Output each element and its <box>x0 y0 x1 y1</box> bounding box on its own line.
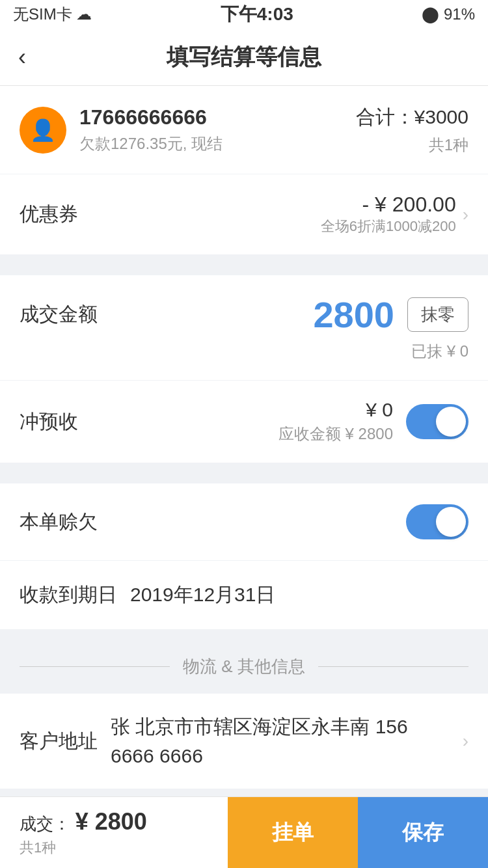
bottom-amount: ¥ 2800 <box>75 808 147 835</box>
logistics-line-right <box>318 666 468 667</box>
customer-card: 👤 17666666666 欠款1276.35元, 现结 合计：¥3000 共1… <box>0 86 488 254</box>
sim-status: 无SIM卡 ☁ <box>13 4 92 25</box>
amount-section: 成交金额 2800 抹零 已抹 ¥ 0 <box>0 275 488 380</box>
debt-toggle[interactable] <box>406 504 468 539</box>
status-time: 下午4:03 <box>221 2 293 27</box>
back-button[interactable]: ‹ <box>18 44 26 71</box>
advance-amount: ¥ 0 应收金额 ¥ 2800 <box>278 399 393 444</box>
coupon-right: - ¥ 200.00 全场6折满1000减200 › <box>321 193 468 236</box>
address-label: 客户地址 <box>20 728 98 755</box>
coupon-desc: 全场6折满1000减200 <box>321 217 456 236</box>
debt-row: 本单赊欠 <box>0 483 488 560</box>
status-bar: 无SIM卡 ☁ 下午4:03 ⬤ 91% <box>0 0 488 29</box>
amount-label: 成交金额 <box>20 301 98 328</box>
advance-label: 冲预收 <box>20 409 78 435</box>
debt-toggle-circle <box>436 507 466 537</box>
customer-info: 17666666666 欠款1276.35元, 现结 <box>79 105 223 154</box>
customer-left: 👤 17666666666 欠款1276.35元, 现结 <box>20 105 223 154</box>
avatar: 👤 <box>20 107 66 154</box>
customer-right: 合计：¥3000 共1种 <box>356 104 468 156</box>
duedate-label: 收款到期日 <box>20 582 117 608</box>
nav-bar: ‹ 填写结算等信息 <box>0 29 488 86</box>
advance-value: ¥ 0 <box>278 399 393 421</box>
amount-value: 2800 <box>313 293 394 336</box>
customer-sub: 欠款1276.35元, 现结 <box>79 133 223 154</box>
amount-card: 成交金额 2800 抹零 已抹 ¥ 0 冲预收 ¥ 0 应收金额 ¥ 2800 <box>0 275 488 463</box>
bottom-count: 共1种 <box>20 838 208 858</box>
bottom-bar: 成交： ¥ 2800 共1种 挂单 保存 <box>0 796 488 868</box>
address-row[interactable]: 客户地址 张 北京市市辖区海淀区永丰南 156 6666 6666 › <box>0 694 488 789</box>
coupon-row[interactable]: 优惠券 - ¥ 200.00 全场6折满1000减200 › <box>0 174 488 254</box>
hang-order-button[interactable]: 挂单 <box>228 797 358 868</box>
debt-label: 本单赊欠 <box>20 509 98 536</box>
battery-icon: ⬤ 91% <box>422 5 475 23</box>
bottom-label-row: 成交： ¥ 2800 <box>20 808 208 835</box>
debt-card: 本单赊欠 收款到期日 2019年12月31日 <box>0 483 488 629</box>
customer-row: 👤 17666666666 欠款1276.35元, 现结 合计：¥3000 共1… <box>0 86 488 174</box>
divider-2 <box>0 473 488 483</box>
duedate-row: 收款到期日 2019年12月31日 <box>0 560 488 629</box>
amount-row: 成交金额 2800 抹零 <box>20 293 468 336</box>
address-value: 张 北京市市辖区海淀区永丰南 156 6666 6666 <box>98 712 463 770</box>
logistics-text: 物流 & 其他信息 <box>183 655 305 678</box>
toggle-circle <box>436 407 466 437</box>
chevron-right-icon: › <box>463 204 468 225</box>
avatar-icon: 👤 <box>30 118 56 142</box>
page-title: 填写结算等信息 <box>167 42 321 72</box>
status-left: 无SIM卡 ☁ <box>13 4 92 25</box>
amount-sub: 已抹 ¥ 0 <box>20 341 468 362</box>
logistics-line-left <box>20 666 170 667</box>
advance-row: 冲预收 ¥ 0 应收金额 ¥ 2800 <box>0 380 488 463</box>
bottom-summary: 成交： ¥ 2800 共1种 <box>0 808 228 858</box>
customer-phone: 17666666666 <box>79 105 223 129</box>
coupon-discount: - ¥ 200.00 <box>321 193 456 217</box>
coupon-label: 优惠券 <box>20 201 78 228</box>
address-chevron-icon: › <box>463 731 468 752</box>
logistics-divider: 物流 & 其他信息 <box>0 640 488 694</box>
status-right: ⬤ 91% <box>422 5 475 23</box>
save-button[interactable]: 保存 <box>358 797 488 868</box>
duedate-value: 2019年12月31日 <box>130 582 275 608</box>
advance-right: ¥ 0 应收金额 ¥ 2800 <box>278 399 468 444</box>
advance-sub: 应收金额 ¥ 2800 <box>278 424 393 444</box>
content: 👤 17666666666 欠款1276.35元, 现结 合计：¥3000 共1… <box>0 86 488 868</box>
bottom-label: 成交： <box>20 814 70 834</box>
amount-right: 2800 抹零 <box>313 293 468 336</box>
divider-1 <box>0 265 488 275</box>
address-card: 客户地址 张 北京市市辖区海淀区永丰南 156 6666 6666 › <box>0 694 488 789</box>
customer-count: 共1种 <box>356 135 468 156</box>
advance-toggle[interactable] <box>406 404 468 439</box>
bottom-buttons: 挂单 保存 <box>228 797 488 868</box>
round-zero-button[interactable]: 抹零 <box>407 297 468 332</box>
customer-total: 合计：¥3000 <box>356 104 468 131</box>
